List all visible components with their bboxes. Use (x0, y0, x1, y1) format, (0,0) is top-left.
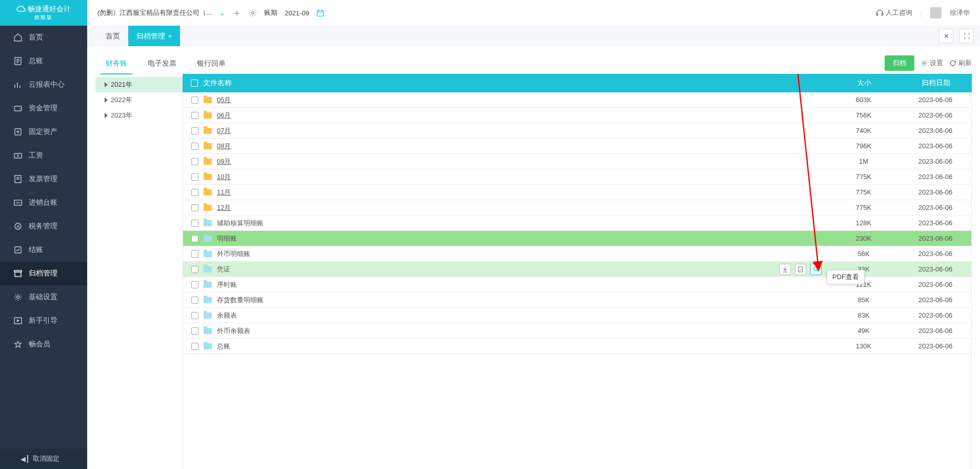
sidebar-item-salary[interactable]: ¥工资 (0, 144, 87, 167)
sidebar-item-member[interactable]: 畅会员 (0, 333, 87, 356)
row-checkbox[interactable] (191, 266, 198, 273)
file-size: 230K (828, 234, 899, 242)
subtab[interactable]: 电子发票 (137, 52, 187, 74)
pdf-view-button[interactable] (810, 264, 822, 275)
row-checkbox[interactable] (191, 327, 198, 335)
svg-rect-12 (14, 270, 22, 272)
year-item[interactable]: 2021年 (95, 77, 183, 92)
period-value[interactable]: 2021-09 (285, 9, 309, 17)
table-row[interactable]: 11月775K2023-06-06 (183, 185, 971, 200)
sidebar-item-label: 云报表中心 (29, 80, 65, 89)
row-checkbox[interactable] (191, 112, 198, 119)
file-name[interactable]: 10月 (217, 172, 231, 182)
close-tab-button[interactable]: ✕ (939, 29, 953, 43)
table-row[interactable]: 09月1M2023-06-06 (183, 154, 971, 169)
row-checkbox[interactable] (191, 158, 198, 165)
table-row[interactable]: 存货数量明细账85K2023-06-06 (183, 292, 971, 308)
row-checkbox[interactable] (191, 343, 198, 350)
file-name[interactable]: 08月 (217, 142, 231, 151)
unpin-button[interactable]: ◀┃ 取消固定 (0, 448, 87, 469)
fullscreen-button[interactable]: ⛶ (959, 29, 974, 43)
row-checkbox[interactable] (191, 281, 198, 288)
folder-icon (204, 236, 212, 242)
row-checkbox[interactable] (191, 173, 198, 181)
file-name[interactable]: 09月 (217, 157, 231, 166)
logo[interactable]: 畅捷通好会计 旗舰版 (0, 0, 87, 26)
close-icon[interactable]: × (168, 33, 172, 40)
sidebar-item-archive[interactable]: 归档管理 (0, 262, 87, 285)
sidebar-item-play[interactable]: 新手引导 (0, 309, 87, 333)
table-row[interactable]: 06月756K2023-06-06 (183, 108, 971, 123)
sidebar-item-close[interactable]: 结账 (0, 238, 87, 262)
table-row[interactable]: 外币余额表49K2023-06-06 (183, 323, 971, 339)
row-checkbox[interactable] (191, 96, 198, 104)
chevron-down-icon[interactable]: ⌄ (219, 9, 225, 17)
select-all-checkbox[interactable] (191, 80, 198, 87)
sidebar-item-label: 进销台账 (29, 198, 57, 207)
calendar-icon[interactable] (316, 9, 324, 17)
settings-button[interactable]: 设置 (921, 58, 943, 68)
sidebar-item-inout[interactable]: 进销台账 (0, 191, 87, 214)
sidebar-item-invoice[interactable]: 发票管理 (0, 167, 87, 191)
sidebar-item-home[interactable]: 首页 (0, 26, 87, 49)
row-checkbox[interactable] (191, 235, 198, 242)
company-settings-icon[interactable] (249, 9, 257, 17)
asset-icon (13, 127, 23, 136)
svg-point-19 (923, 62, 925, 64)
row-checkbox[interactable] (191, 312, 198, 319)
subtab[interactable]: 财务账 (95, 52, 137, 74)
gear-icon (921, 60, 928, 67)
file-name[interactable]: 06月 (217, 111, 231, 120)
table-row[interactable]: 明细账230K2023-06-06 (183, 231, 971, 246)
file-name[interactable]: 07月 (217, 126, 231, 135)
row-checkbox[interactable] (191, 220, 198, 227)
year-item[interactable]: 2022年 (95, 92, 183, 108)
row-checkbox[interactable] (191, 297, 198, 304)
sidebar-item-gear[interactable]: 基础设置 (0, 285, 87, 309)
table-row[interactable]: 10月775K2023-06-06 (183, 169, 971, 185)
page-tab[interactable]: 归档管理× (128, 26, 180, 46)
refresh-button[interactable]: 刷新 (949, 58, 972, 68)
table-row[interactable]: 外币明细账56K2023-06-06 (183, 246, 971, 262)
file-size: 130K (828, 342, 899, 350)
file-name[interactable]: 11月 (217, 188, 231, 197)
subtab[interactable]: 银行回单 (187, 52, 236, 74)
sidebar-item-asset[interactable]: 固定资产 (0, 120, 87, 144)
svg-point-13 (17, 296, 19, 299)
table-row[interactable]: 08月796K2023-06-06 (183, 139, 971, 154)
table-row[interactable]: 07月740K2023-06-06 (183, 123, 971, 139)
add-company-button[interactable]: ＋ (232, 7, 242, 19)
settings-label: 设置 (930, 58, 943, 68)
consult-label: 人工咨询 (886, 8, 912, 17)
company-selector[interactable]: (勿删）江西服宝精品有限责任公司（... (97, 8, 212, 17)
table-row[interactable]: 辅助核算明细账128K2023-06-06 (183, 216, 971, 231)
year-item[interactable]: 2023年 (95, 108, 183, 123)
avatar[interactable] (930, 7, 942, 18)
download-button[interactable] (779, 264, 791, 275)
row-checkbox[interactable] (191, 250, 198, 258)
consult-button[interactable]: 人工咨询 (876, 8, 912, 17)
table-row[interactable]: 12月775K2023-06-06 (183, 200, 971, 216)
user-name[interactable]: 徐泽华 (950, 8, 970, 17)
sidebar-item-chart[interactable]: 云报表中心 (0, 73, 87, 96)
file-name[interactable]: 05月 (217, 95, 231, 105)
table-row[interactable]: 05月603K2023-06-06 (183, 92, 971, 108)
subtabs-row: 财务账电子发票银行回单 归档 设置 刷新 (95, 52, 972, 74)
sidebar-item-wallet[interactable]: 资金管理 (0, 96, 87, 120)
caret-right-icon (105, 97, 108, 103)
archive-date: 2023-06-06 (899, 204, 971, 211)
archive-button[interactable]: 归档 (885, 55, 914, 71)
table-row[interactable]: 余额表83K2023-06-06 (183, 308, 971, 323)
member-icon (13, 340, 23, 349)
table-row[interactable]: 总账130K2023-06-06 (183, 339, 971, 354)
folder-icon (204, 297, 212, 303)
file-name[interactable]: 12月 (217, 203, 231, 212)
pdf-export-button[interactable] (795, 264, 806, 275)
sidebar-item-ledger[interactable]: 总账 (0, 49, 87, 73)
row-checkbox[interactable] (191, 204, 198, 211)
row-checkbox[interactable] (191, 189, 198, 196)
sidebar-item-tax[interactable]: 税税务管理 (0, 214, 87, 238)
row-checkbox[interactable] (191, 127, 198, 134)
page-tab[interactable]: 首页 (97, 26, 128, 46)
row-checkbox[interactable] (191, 143, 198, 150)
